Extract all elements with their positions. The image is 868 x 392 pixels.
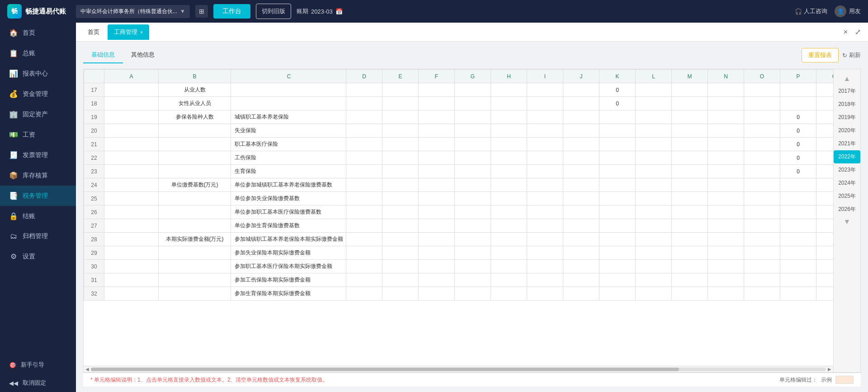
- cell-22-a[interactable]: [104, 151, 159, 165]
- cell-28-k[interactable]: [599, 233, 636, 246]
- cell-31-b[interactable]: [159, 273, 231, 287]
- cell-26-o[interactable]: [744, 206, 780, 219]
- cell-30-j[interactable]: [563, 260, 599, 273]
- cell-19-g[interactable]: [455, 110, 491, 124]
- cell-17-e[interactable]: [382, 83, 419, 97]
- cell-26-i[interactable]: [527, 206, 563, 219]
- scroll-right-icon[interactable]: ▶: [828, 367, 831, 372]
- table-body[interactable]: A B C D E F G H I J: [84, 69, 833, 366]
- cell-21-h[interactable]: [491, 138, 527, 151]
- cell-21-q[interactable]: [816, 138, 834, 151]
- cell-24-o[interactable]: [744, 178, 780, 192]
- cell-29-p[interactable]: [780, 246, 816, 260]
- cell-17-p[interactable]: [780, 83, 816, 97]
- h-scroll-track[interactable]: [91, 368, 826, 371]
- cell-31-h[interactable]: [491, 273, 527, 287]
- cell-20-i[interactable]: [527, 124, 563, 138]
- cell-18-o[interactable]: [744, 97, 780, 110]
- cell-23-c[interactable]: 生育保险: [231, 165, 346, 178]
- cell-18-j[interactable]: [563, 97, 599, 110]
- cell-17-b[interactable]: 从业人数: [159, 83, 231, 97]
- sidebar-item-settings[interactable]: ⚙ 设置: [0, 246, 76, 267]
- cell-23-a[interactable]: [104, 165, 159, 178]
- cell-25-p[interactable]: [780, 192, 816, 206]
- cell-24-l[interactable]: [636, 178, 672, 192]
- cell-21-f[interactable]: [419, 138, 455, 151]
- cell-24-q[interactable]: [816, 178, 834, 192]
- cell-31-q[interactable]: [816, 273, 834, 287]
- cell-17-n[interactable]: [708, 83, 744, 97]
- cell-30-c[interactable]: 参加职工基本医疗保险本期实际缴费金额: [231, 260, 346, 273]
- cell-32-m[interactable]: [672, 287, 708, 301]
- cell-21-d[interactable]: [346, 138, 382, 151]
- cell-17-k[interactable]: 0: [599, 83, 636, 97]
- new-guide-item[interactable]: 🎯 新手引导: [0, 356, 76, 374]
- cell-32-c[interactable]: 参加生育保险本期实际缴费金额: [231, 287, 346, 301]
- year-item-2017[interactable]: 2017年: [834, 85, 860, 98]
- cell-17-f[interactable]: [419, 83, 455, 97]
- cell-26-q[interactable]: [816, 206, 834, 219]
- year-down-button[interactable]: ▼: [842, 216, 853, 228]
- cell-30-k[interactable]: [599, 260, 636, 273]
- copy-icon[interactable]: ⊞: [195, 5, 208, 18]
- cell-26-k[interactable]: [599, 206, 636, 219]
- scroll-left-icon[interactable]: ◀: [85, 367, 89, 372]
- user-area[interactable]: 👤 用友: [835, 5, 861, 17]
- cell-29-n[interactable]: [708, 246, 744, 260]
- cell-32-p[interactable]: [780, 287, 816, 301]
- cell-22-q[interactable]: [816, 151, 834, 165]
- cell-21-n[interactable]: [708, 138, 744, 151]
- cell-32-o[interactable]: [744, 287, 780, 301]
- tab-close-icon[interactable]: ×: [140, 29, 143, 35]
- cell-19-o[interactable]: [744, 110, 780, 124]
- cell-27-b[interactable]: [159, 219, 231, 233]
- cell-25-c[interactable]: 单位参加失业保险缴费基数: [231, 192, 346, 206]
- cell-32-l[interactable]: [636, 287, 672, 301]
- cell-29-a[interactable]: [104, 246, 159, 260]
- cell-32-b[interactable]: [159, 287, 231, 301]
- cell-21-j[interactable]: [563, 138, 599, 151]
- cell-27-o[interactable]: [744, 219, 780, 233]
- cell-19-f[interactable]: [419, 110, 455, 124]
- cell-22-m[interactable]: [672, 151, 708, 165]
- cell-24-f[interactable]: [419, 178, 455, 192]
- cell-24-j[interactable]: [563, 178, 599, 192]
- cell-30-e[interactable]: [382, 260, 419, 273]
- cell-21-e[interactable]: [382, 138, 419, 151]
- cell-21-a[interactable]: [104, 138, 159, 151]
- sidebar-item-inventory[interactable]: 📦 库存核算: [0, 165, 76, 186]
- cell-27-f[interactable]: [419, 219, 455, 233]
- cell-18-m[interactable]: [672, 97, 708, 110]
- cell-25-k[interactable]: [599, 192, 636, 206]
- cell-28-b[interactable]: 本期实际缴费金额(万元): [159, 233, 231, 246]
- cell-19-k[interactable]: [599, 110, 636, 124]
- cell-18-i[interactable]: [527, 97, 563, 110]
- cell-23-l[interactable]: [636, 165, 672, 178]
- cell-19-b[interactable]: 参保各险种人数: [159, 110, 231, 124]
- cell-22-l[interactable]: [636, 151, 672, 165]
- sub-tab-basic[interactable]: 基础信息: [83, 47, 123, 63]
- h-scroll-bar[interactable]: ◀ ▶: [84, 366, 833, 372]
- cell-26-h[interactable]: [491, 206, 527, 219]
- cell-28-q[interactable]: [816, 233, 834, 246]
- cell-17-o[interactable]: [744, 83, 780, 97]
- cell-30-f[interactable]: [419, 260, 455, 273]
- cell-27-e[interactable]: [382, 219, 419, 233]
- cell-30-h[interactable]: [491, 260, 527, 273]
- cell-19-l[interactable]: [636, 110, 672, 124]
- tab-biz[interactable]: 工商管理 ×: [108, 24, 149, 40]
- cell-30-i[interactable]: [527, 260, 563, 273]
- cell-28-c[interactable]: 参加城镇职工基本养老保险本期实际缴费金额: [231, 233, 346, 246]
- cell-22-c[interactable]: 工伤保险: [231, 151, 346, 165]
- cell-26-e[interactable]: [382, 206, 419, 219]
- cell-31-n[interactable]: [708, 273, 744, 287]
- cell-20-k[interactable]: [599, 124, 636, 138]
- cell-20-c[interactable]: 失业保险: [231, 124, 346, 138]
- cell-26-b[interactable]: [159, 206, 231, 219]
- sidebar-item-ledger[interactable]: 📋 总账: [0, 43, 76, 63]
- cell-20-f[interactable]: [419, 124, 455, 138]
- cell-21-b[interactable]: [159, 138, 231, 151]
- cell-18-f[interactable]: [419, 97, 455, 110]
- cell-21-m[interactable]: [672, 138, 708, 151]
- cell-24-e[interactable]: [382, 178, 419, 192]
